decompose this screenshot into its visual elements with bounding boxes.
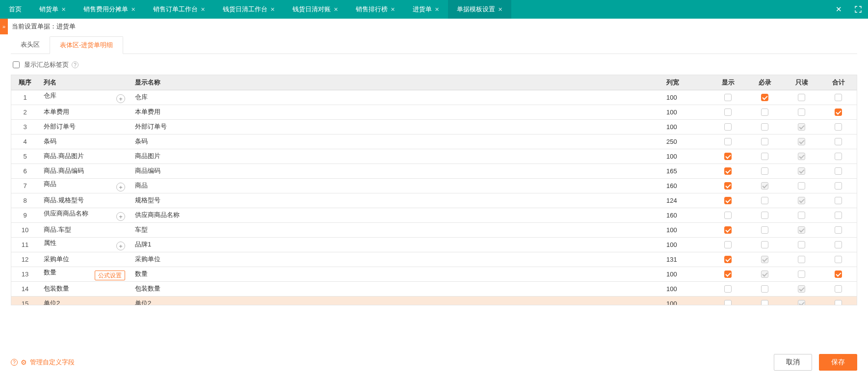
add-icon[interactable]: + <box>116 94 125 103</box>
top-tab-2[interactable]: 销售费用分摊单✕ <box>75 0 144 19</box>
checkbox[interactable] <box>835 271 842 278</box>
table-row[interactable]: 10商品.车型车型100 <box>11 222 857 237</box>
fullscreen-button[interactable] <box>848 0 868 19</box>
checkbox[interactable] <box>835 212 842 219</box>
top-tab-6[interactable]: 销售排行榜✕ <box>347 0 404 19</box>
checkbox[interactable] <box>761 212 768 219</box>
checkbox[interactable] <box>724 123 732 131</box>
checkbox[interactable] <box>798 271 805 278</box>
table-row[interactable]: 11属性+品牌1100 <box>11 237 857 252</box>
checkbox[interactable] <box>761 138 768 145</box>
checkbox[interactable] <box>835 108 842 116</box>
cell-display[interactable]: 商品 <box>130 178 661 193</box>
close-all-button[interactable]: ✕ <box>829 0 848 19</box>
checkbox[interactable] <box>835 197 842 204</box>
table-row[interactable]: 3外部订单号外部订单号100 <box>11 119 857 134</box>
checkbox[interactable] <box>761 285 768 293</box>
cell-display[interactable]: 仓库 <box>130 90 661 105</box>
add-icon[interactable]: + <box>116 183 125 191</box>
summary-help-icon[interactable]: ? <box>72 61 79 68</box>
table-row[interactable]: 8商品.规格型号规格型号124 <box>11 193 857 208</box>
top-tab-5[interactable]: 钱货日清对账✕ <box>284 0 347 19</box>
checkbox[interactable] <box>835 241 842 248</box>
save-button[interactable]: 保存 <box>819 354 857 371</box>
checkbox[interactable] <box>835 138 842 145</box>
checkbox[interactable] <box>835 182 842 190</box>
checkbox[interactable] <box>724 138 732 145</box>
cancel-button[interactable]: 取消 <box>774 354 812 371</box>
checkbox[interactable] <box>724 197 732 204</box>
table-row[interactable]: 7商品+商品160 <box>11 178 857 193</box>
cell-display[interactable]: 采购单位 <box>130 252 661 267</box>
checkbox[interactable] <box>835 226 842 234</box>
top-tab-0[interactable]: 首页 <box>0 0 30 19</box>
checkbox[interactable] <box>724 108 732 116</box>
close-icon[interactable]: ✕ <box>201 6 205 13</box>
cell-width[interactable]: 100 <box>661 105 710 119</box>
table-row[interactable]: 2本单费用本单费用100 <box>11 105 857 119</box>
cell-width[interactable]: 100 <box>661 237 710 252</box>
cell-width[interactable]: 250 <box>661 134 710 149</box>
close-icon[interactable]: ✕ <box>435 6 439 13</box>
top-tab-7[interactable]: 进货单✕ <box>404 0 448 19</box>
table-row[interactable]: 15单位2单位2100 <box>11 296 857 305</box>
checkbox[interactable] <box>724 226 732 234</box>
checkbox[interactable] <box>761 241 768 248</box>
checkbox[interactable] <box>835 167 842 175</box>
checkbox[interactable] <box>798 256 805 263</box>
checkbox[interactable] <box>835 300 842 305</box>
inner-tab-0[interactable]: 表头区 <box>11 36 50 54</box>
checkbox[interactable] <box>761 108 768 116</box>
checkbox[interactable] <box>798 212 805 219</box>
checkbox[interactable] <box>761 153 768 160</box>
top-tab-1[interactable]: 销货单✕ <box>30 0 75 19</box>
top-tab-4[interactable]: 钱货日清工作台✕ <box>214 0 284 19</box>
table-row[interactable]: 6商品.商品编码商品编码165 <box>11 163 857 178</box>
close-icon[interactable]: ✕ <box>391 6 395 13</box>
table-row[interactable]: 13数量公式设置数量100 <box>11 267 857 281</box>
cell-display[interactable]: 品牌1 <box>130 237 661 252</box>
checkbox[interactable] <box>761 197 768 204</box>
table-row[interactable]: 4条码条码250 <box>11 134 857 149</box>
cell-display[interactable]: 数量 <box>130 267 661 281</box>
close-icon[interactable]: ✕ <box>61 6 66 13</box>
formula-button[interactable]: 公式设置 <box>95 271 125 280</box>
checkbox[interactable] <box>724 241 732 248</box>
cell-display[interactable]: 供应商商品名称 <box>130 208 661 222</box>
checkbox[interactable] <box>724 153 732 160</box>
cell-width[interactable]: 160 <box>661 208 710 222</box>
checkbox[interactable] <box>761 300 768 305</box>
cell-width[interactable]: 100 <box>661 222 710 237</box>
cell-display[interactable]: 包装数量 <box>130 281 661 296</box>
cell-width[interactable]: 100 <box>661 267 710 281</box>
checkbox[interactable] <box>835 123 842 131</box>
cell-display[interactable]: 单位2 <box>130 296 661 305</box>
cell-width[interactable]: 100 <box>661 149 710 163</box>
checkbox[interactable] <box>724 285 732 293</box>
close-icon[interactable]: ✕ <box>131 6 135 13</box>
checkbox[interactable] <box>724 212 732 219</box>
breadcrumb-toggle[interactable]: » <box>0 19 8 34</box>
top-tab-3[interactable]: 销售订单工作台✕ <box>144 0 214 19</box>
checkbox[interactable] <box>835 153 842 160</box>
cell-width[interactable]: 100 <box>661 281 710 296</box>
close-icon[interactable]: ✕ <box>498 6 502 13</box>
cell-display[interactable]: 规格型号 <box>130 193 661 208</box>
manage-custom-fields-link[interactable]: 管理自定义字段 <box>30 358 75 367</box>
checkbox[interactable] <box>724 256 732 263</box>
cell-width[interactable]: 124 <box>661 193 710 208</box>
checkbox[interactable] <box>761 226 768 234</box>
checkbox[interactable] <box>798 108 805 116</box>
checkbox[interactable] <box>724 94 732 101</box>
cell-width[interactable]: 100 <box>661 90 710 105</box>
summary-checkbox[interactable] <box>13 61 20 68</box>
cell-display[interactable]: 商品编码 <box>130 163 661 178</box>
cell-width[interactable]: 160 <box>661 178 710 193</box>
checkbox[interactable] <box>761 167 768 175</box>
add-icon[interactable]: + <box>116 242 125 250</box>
cell-display[interactable]: 本单费用 <box>130 105 661 119</box>
checkbox[interactable] <box>798 241 805 248</box>
checkbox[interactable] <box>724 167 732 175</box>
close-icon[interactable]: ✕ <box>270 6 275 13</box>
footer-help-icon[interactable]: ? <box>11 359 18 366</box>
